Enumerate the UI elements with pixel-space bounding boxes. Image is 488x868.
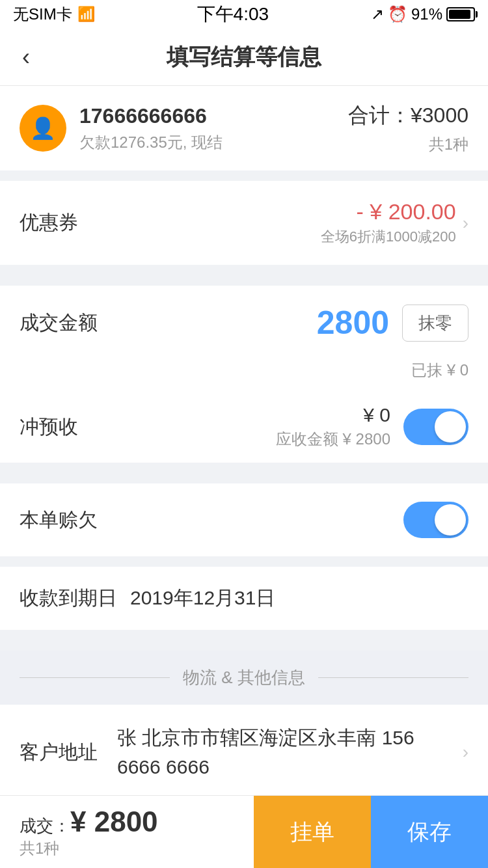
customer-phone: 17666666666 <box>79 104 223 128</box>
overdue-row: 本单赊欠 <box>0 483 488 556</box>
coupon-value: - ¥ 200.00 全场6折满1000减200 <box>321 199 456 247</box>
location-icon: ↗ <box>371 5 384 23</box>
deal-sub: 已抹 ¥ 0 <box>0 360 488 391</box>
avatar: 👤 <box>20 105 66 152</box>
address-value: 张 北京市市辖区海淀区永丰南 156 6666 6666 <box>117 723 463 781</box>
coupon-row[interactable]: 优惠券 - ¥ 200.00 全场6折满1000减200 › <box>0 181 488 265</box>
deal-amount: 2800 <box>317 304 389 342</box>
status-time: 下午4:03 <box>197 2 269 27</box>
header-line-left <box>20 677 170 678</box>
chevron-right-icon: › <box>463 213 468 234</box>
prepay-right: ¥ 0 应收金额 ¥ 2800 <box>276 404 468 450</box>
bottom-summary: 成交：¥ 2800 共1种 <box>0 806 254 859</box>
battery-icon <box>446 7 475 21</box>
coupon-right: - ¥ 200.00 全场6折满1000减200 › <box>321 199 468 247</box>
prepay-amount: ¥ 0 <box>276 404 390 426</box>
prepay-label: 冲预收 <box>20 414 78 441</box>
section-divider-2 <box>0 473 488 483</box>
overdue-toggle[interactable] <box>403 502 468 538</box>
customer-row: 👤 17666666666 欠款1276.35元, 现结 合计：¥3000 共1… <box>0 86 488 170</box>
status-right: ↗ ⏰ 91% <box>371 5 475 23</box>
bottom-bar: 成交：¥ 2800 共1种 挂单 保存 <box>0 795 488 868</box>
round-zero-button[interactable]: 抹零 <box>402 305 468 342</box>
back-button[interactable]: ‹ <box>16 37 36 77</box>
battery-percent: 91% <box>411 5 442 23</box>
save-button[interactable]: 保存 <box>371 796 488 868</box>
customer-right: 合计：¥3000 共1种 <box>348 102 468 155</box>
address-label: 客户地址 <box>20 739 98 766</box>
section-divider-3 <box>0 640 488 651</box>
hold-button[interactable]: 挂单 <box>254 796 371 868</box>
prepay-toggle-knob <box>435 411 466 442</box>
address-row[interactable]: 客户地址 张 北京市市辖区海淀区永丰南 156 6666 6666 › <box>0 705 488 800</box>
bottom-deal-row: 成交：¥ 2800 <box>20 806 234 838</box>
section-header-text: 物流 & 其他信息 <box>183 666 305 689</box>
wifi-icon: 📶 <box>77 6 95 23</box>
duedate-value: 2019年12月31日 <box>130 585 275 612</box>
battery-fill <box>449 10 470 19</box>
status-left: 无SIM卡 📶 <box>13 4 95 25</box>
content: 👤 17666666666 欠款1276.35元, 现结 合计：¥3000 共1… <box>0 86 488 868</box>
header-line-right <box>318 677 468 678</box>
total-amount: 合计：¥3000 <box>348 102 468 130</box>
alarm-icon: ⏰ <box>388 5 407 23</box>
coupon-amount: - ¥ 200.00 <box>321 199 456 224</box>
nav-bar: ‹ 填写结算等信息 <box>0 29 488 86</box>
customer-debt: 欠款1276.35元, 现结 <box>79 132 223 153</box>
customer-info: 17666666666 欠款1276.35元, 现结 <box>79 104 223 153</box>
bottom-deal-label: 成交： <box>20 816 70 835</box>
bottom-actions: 挂单 保存 <box>254 796 488 868</box>
deal-section: 成交金额 2800 抹零 已抹 ¥ 0 冲预收 ¥ 0 应收金额 ¥ 2800 <box>0 286 488 463</box>
carrier-text: 无SIM卡 <box>13 4 72 25</box>
deal-label: 成交金额 <box>20 310 98 336</box>
customer-left: 👤 17666666666 欠款1276.35元, 现结 <box>20 104 223 153</box>
deal-row: 成交金额 2800 抹零 <box>0 286 488 360</box>
coupon-label: 优惠券 <box>20 210 78 236</box>
prepay-row: 冲预收 ¥ 0 应收金额 ¥ 2800 <box>0 391 488 463</box>
section-header: 物流 & 其他信息 <box>0 651 488 705</box>
deal-right: 2800 抹零 <box>317 304 468 342</box>
bottom-deal-count: 共1种 <box>20 838 234 859</box>
address-chevron-icon: › <box>463 742 468 763</box>
duedate-label: 收款到期日 <box>20 585 117 612</box>
duedate-row: 收款到期日 2019年12月31日 <box>0 567 488 630</box>
total-count: 共1种 <box>348 134 468 155</box>
overdue-label: 本单赊欠 <box>20 507 98 534</box>
status-bar: 无SIM卡 📶 下午4:03 ↗ ⏰ 91% <box>0 0 488 29</box>
prepay-value: ¥ 0 应收金额 ¥ 2800 <box>276 404 390 450</box>
prepay-desc: 应收金额 ¥ 2800 <box>276 429 390 450</box>
overdue-toggle-knob <box>435 504 466 536</box>
bottom-deal-amount: ¥ 2800 <box>70 806 158 837</box>
page-title: 填写结算等信息 <box>167 42 321 72</box>
prepay-toggle[interactable] <box>403 409 468 445</box>
coupon-desc: 全场6折满1000减200 <box>321 227 456 247</box>
section-divider-1 <box>0 275 488 286</box>
